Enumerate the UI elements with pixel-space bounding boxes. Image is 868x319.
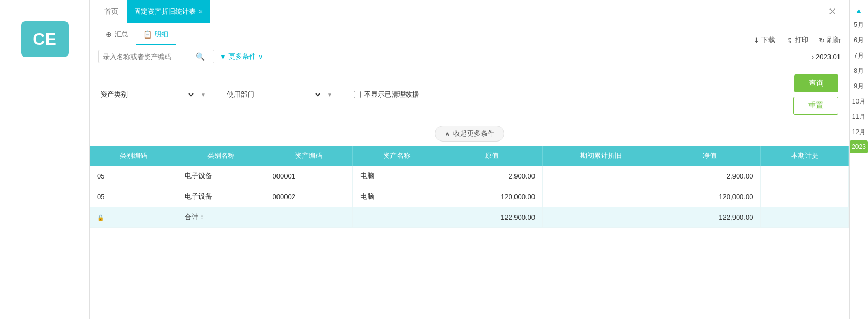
nav-tab-close-btn[interactable]: ×	[199, 8, 203, 15]
collapse-label: 收起更多条件	[453, 129, 494, 138]
table-header-row: 类别编码 类别名称 资产编码 资产名称 原值 期初累计折旧 净值 本期计提	[90, 146, 849, 166]
use-department-field: 使用部门 ▼	[227, 89, 332, 100]
print-label: 打印	[795, 35, 808, 45]
cell-original-value: 2,900.00	[441, 166, 542, 186]
month-7[interactable]: 7月	[850, 49, 868, 63]
more-conditions-label: 更多条件	[228, 52, 256, 61]
detail-icon: 📋	[143, 30, 152, 39]
table-wrap: 类别编码 类别名称 资产编码 资产名称 原值 期初累计折旧 净值 本期计提 05…	[90, 146, 849, 319]
col-header-asset-name: 资产名称	[353, 146, 441, 166]
search-input-wrap: 🔍	[98, 50, 214, 63]
col-header-asset-code: 资产编码	[265, 146, 353, 166]
month-12[interactable]: 12月	[850, 125, 868, 139]
search-input[interactable]	[103, 53, 193, 61]
no-cleared-wrap: 不显示已清理数据	[354, 90, 419, 99]
cell-accumulated-depr	[543, 186, 659, 207]
cell-category-code: 05	[90, 166, 177, 186]
date-nav[interactable]: › 2023.01	[812, 53, 841, 61]
use-department-select[interactable]	[259, 89, 322, 100]
table-total-row: 🔒 合计： 122,900.00 122,900.00	[90, 207, 849, 228]
window-close-btn[interactable]: ✕	[824, 4, 841, 20]
top-nav: 首页 固定资产折旧统计表 × ✕	[90, 0, 849, 23]
cell-accumulated-depr	[543, 166, 659, 186]
download-btn[interactable]: ⬇ 下载	[753, 35, 775, 45]
total-accumulated-depr	[543, 207, 659, 228]
tab-summary[interactable]: ⊕ 汇总	[98, 25, 136, 45]
refresh-btn[interactable]: ↻ 刷新	[819, 35, 841, 45]
total-label: 合计：	[177, 207, 353, 228]
cell-category-code: 05	[90, 186, 177, 207]
main-table: 类别编码 类别名称 资产编码 资产名称 原值 期初累计折旧 净值 本期计提 05…	[90, 146, 849, 228]
cell-current-depr	[761, 166, 849, 186]
col-header-current-depr: 本期计提	[761, 146, 849, 166]
total-original-value: 122,900.00	[441, 207, 542, 228]
filter-bar: 🔍 ▼ 更多条件 ∨ › 2023.01	[90, 45, 849, 68]
nav-tab-label: 固定资产折旧统计表	[134, 7, 196, 16]
more-conditions-chevron: ∨	[258, 53, 263, 61]
no-cleared-label: 不显示已清理数据	[364, 90, 419, 99]
refresh-icon: ↻	[819, 36, 825, 44]
cell-original-value: 120,000.00	[441, 186, 542, 207]
no-cleared-checkbox[interactable]	[354, 91, 361, 98]
reset-btn[interactable]: 重置	[793, 97, 838, 115]
total-net-value: 122,900.00	[659, 207, 761, 228]
cell-asset-code: 000001	[265, 166, 353, 186]
col-header-original-value: 原值	[441, 146, 542, 166]
tab-summary-label: 汇总	[115, 30, 128, 39]
total-icon-cell: 🔒	[90, 207, 177, 228]
month-11[interactable]: 11月	[850, 110, 868, 124]
col-header-accumulated-depr: 期初累计折旧	[543, 146, 659, 166]
month-8[interactable]: 8月	[850, 64, 868, 78]
logo-area: CE	[0, 0, 90, 319]
month-9[interactable]: 9月	[850, 79, 868, 93]
filter-btn-group: 查询 重置	[793, 74, 838, 115]
month-10[interactable]: 10月	[850, 95, 868, 109]
collapse-icon: ∧	[445, 130, 450, 138]
sub-tabs-bar: ⊕ 汇总 📋 明细 ⬇ 下载 🖨 打印 ↻ 刷新	[90, 23, 849, 45]
table-row: 05 电子设备 000001 电脑 2,900.00 2,900.00	[90, 166, 849, 186]
refresh-label: 刷新	[827, 35, 841, 45]
tab-detail[interactable]: 📋 明细	[136, 25, 176, 45]
cell-net-value: 120,000.00	[659, 186, 761, 207]
download-icon: ⬇	[753, 36, 759, 44]
adv-filter: 资产类别 ▼ 使用部门 ▼ 不显示已清理数据 查询 重置	[90, 68, 849, 121]
asset-category-arrow: ▼	[201, 92, 206, 98]
asset-category-label: 资产类别	[100, 90, 128, 99]
toolbar-actions: ⬇ 下载 🖨 打印 ↻ 刷新	[753, 35, 841, 45]
table-row: 05 电子设备 000002 电脑 120,000.00 120,000.00	[90, 186, 849, 207]
month-6[interactable]: 6月	[850, 33, 868, 48]
main-content: 首页 固定资产折旧统计表 × ✕ ⊕ 汇总 📋 明细 ⬇ 下载 🖨 打印 ↻	[90, 0, 849, 319]
col-header-category-name: 类别名称	[177, 146, 265, 166]
more-conditions-btn[interactable]: ▼ 更多条件 ∨	[220, 52, 263, 61]
total-current-depr	[761, 207, 849, 228]
collapse-btn[interactable]: ∧ 收起更多条件	[435, 126, 504, 142]
col-header-net-value: 净值	[659, 146, 761, 166]
cell-current-depr	[761, 186, 849, 207]
nav-home[interactable]: 首页	[98, 7, 125, 16]
tab-detail-label: 明细	[155, 30, 168, 39]
logo-ce: CE	[21, 21, 69, 57]
cell-asset-name: 电脑	[353, 186, 441, 207]
date-arrow-icon: ›	[812, 53, 814, 61]
cell-asset-code: 000002	[265, 186, 353, 207]
filter-icon: ▼	[220, 53, 226, 61]
use-department-label: 使用部门	[227, 90, 254, 99]
asset-category-select[interactable]	[132, 89, 195, 100]
download-label: 下载	[761, 35, 775, 45]
date-display: 2023.01	[816, 53, 841, 61]
collapse-bar: ∧ 收起更多条件	[90, 121, 849, 146]
print-btn[interactable]: 🖨 打印	[786, 35, 808, 45]
cell-asset-name: 电脑	[353, 166, 441, 186]
scroll-up-btn[interactable]: ▲	[853, 4, 865, 17]
print-icon: 🖨	[786, 36, 793, 44]
search-icon: 🔍	[196, 52, 205, 61]
cell-category-name: 电子设备	[177, 166, 265, 186]
total-empty-name	[353, 207, 441, 228]
nav-tab-active[interactable]: 固定资产折旧统计表 ×	[127, 0, 210, 23]
asset-category-field: 资产类别 ▼	[100, 89, 206, 100]
month-5[interactable]: 5月	[850, 18, 868, 32]
query-btn[interactable]: 查询	[794, 74, 838, 92]
adv-filter-row: 资产类别 ▼ 使用部门 ▼ 不显示已清理数据 查询 重置	[100, 74, 838, 121]
right-sidebar: ▲ 5月 6月 7月 8月 9月 10月 11月 12月 2023	[849, 0, 868, 319]
year-badge[interactable]: 2023	[850, 140, 868, 153]
